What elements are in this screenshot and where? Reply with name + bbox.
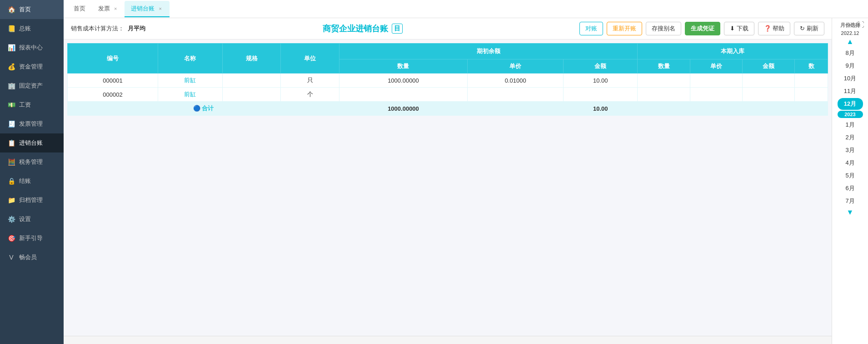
month-item-9[interactable]: 9月 bbox=[838, 60, 863, 72]
cost-method-label: 销售成本计算方法： bbox=[71, 25, 124, 33]
cell-spec bbox=[222, 74, 281, 88]
help-button[interactable]: ❓ 帮助 bbox=[758, 22, 791, 35]
purchase-sales-icon: 📋 bbox=[7, 139, 15, 147]
cell-extra bbox=[795, 88, 828, 102]
month-item-2023-6[interactable]: 6月 bbox=[838, 182, 863, 194]
cell-p1 bbox=[468, 88, 564, 102]
tab-home[interactable]: 首页 bbox=[67, 1, 92, 17]
month-item-2023-1[interactable]: 1月 bbox=[838, 119, 863, 131]
cell-unit: 只 bbox=[281, 74, 339, 88]
refresh-icon: ↻ bbox=[800, 25, 805, 32]
page-toolbar: 销售成本计算方法： 月平均 商贸企业进销台账 目 对账 重新开账 存搜别名 生成… bbox=[64, 18, 832, 39]
month-item-2023-2[interactable]: 2月 bbox=[838, 132, 863, 143]
cell-spec bbox=[222, 88, 281, 102]
note-icon[interactable]: 目 bbox=[392, 24, 403, 34]
sidebar-item-closing[interactable]: 🔒 结账 bbox=[0, 172, 64, 191]
col-subheader-a1: 金额 bbox=[564, 59, 638, 74]
col-subheader-p2: 单价 bbox=[690, 59, 742, 74]
sidebar-item-archive[interactable]: 📁 归档管理 bbox=[0, 191, 64, 210]
sidebar: 🏠 首页 📒 总账 📊 报表中心 💰 资金管理 🏢 固定资产 💵 工资 🧾 发票… bbox=[0, 0, 64, 344]
generate-button[interactable]: 生成凭证 bbox=[685, 22, 720, 35]
sidebar-item-home[interactable]: 🏠 首页 bbox=[0, 0, 64, 19]
main-table: 编号 名称 规格 单位 期初余额 本期入库 数量 单价 金额 数量 bbox=[67, 43, 828, 116]
maximize-window-button[interactable]: ⛶ bbox=[857, 21, 864, 29]
sidebar-item-assets[interactable]: 🏢 固定资产 bbox=[0, 76, 64, 95]
vip-icon: V bbox=[7, 254, 15, 261]
save-as-button[interactable]: 存搜别名 bbox=[646, 22, 681, 35]
main-area: 首页 发票 × 进销台账 × ✕ ⛶ 销售成本计算方法： 月平均 商贸企业 bbox=[64, 0, 868, 344]
settings-icon: ⚙️ bbox=[7, 216, 15, 223]
month-item-2023-4[interactable]: 4月 bbox=[838, 157, 863, 169]
col-subheader-p1: 单价 bbox=[468, 59, 564, 74]
guide-icon: 🎯 bbox=[7, 235, 15, 242]
close-window-button[interactable]: ✕ bbox=[848, 21, 853, 29]
tab-purchase-sales-close[interactable]: × bbox=[157, 5, 163, 12]
closing-icon: 🔒 bbox=[7, 177, 15, 185]
month-item-2023-5[interactable]: 5月 bbox=[838, 170, 863, 182]
ledger-icon: 📒 bbox=[7, 25, 15, 32]
col-subheader-a2: 金额 bbox=[743, 59, 795, 74]
sidebar-item-wages[interactable]: 💵 工资 bbox=[0, 95, 64, 114]
col-header-unit: 单位 bbox=[281, 44, 339, 74]
scroll-up-button[interactable]: ▲ bbox=[847, 37, 854, 47]
toolbar-right: 对账 重新开账 存搜别名 生成凭证 ⬇ 下载 ❓ 帮助 ↻ 刷新 bbox=[579, 22, 824, 35]
tab-invoice-close[interactable]: × bbox=[113, 5, 118, 12]
reopen-button[interactable]: 重新开账 bbox=[607, 22, 642, 35]
cell-name: 前缸 bbox=[158, 88, 223, 102]
sidebar-item-purchase-sales[interactable]: 📋 进销台账 bbox=[0, 133, 64, 152]
cell-unit: 个 bbox=[281, 88, 339, 102]
content-area: ✕ ⛶ 销售成本计算方法： 月平均 商贸企业进销台账 目 对账 重新开账 存搜别… bbox=[64, 18, 868, 344]
total-row: 🔵 合计 1000.00000 10.00 bbox=[68, 102, 828, 116]
tab-invoice[interactable]: 发票 × bbox=[92, 1, 125, 17]
sidebar-item-tax[interactable]: 🧮 税务管理 bbox=[0, 152, 64, 172]
sidebar-item-funds[interactable]: 💰 资金管理 bbox=[0, 57, 64, 76]
table-wrapper: 编号 名称 规格 单位 期初余额 本期入库 数量 单价 金额 数量 bbox=[64, 39, 832, 336]
total-label: 合计 bbox=[202, 105, 214, 112]
window-controls: ✕ ⛶ bbox=[848, 21, 864, 29]
home-icon: 🏠 bbox=[7, 6, 15, 13]
col-group-inbound: 本期入库 bbox=[638, 44, 828, 59]
cell-extra bbox=[795, 74, 828, 88]
month-item-12[interactable]: 12月 bbox=[838, 98, 863, 110]
page-title: 商贸企业进销台账 bbox=[323, 23, 388, 34]
cell-q1 bbox=[339, 88, 467, 102]
sidebar-item-reports[interactable]: 📊 报表中心 bbox=[0, 38, 64, 57]
month-item-10[interactable]: 10月 bbox=[838, 73, 863, 84]
scroll-down-button[interactable]: ▼ bbox=[847, 207, 854, 217]
year1-label: 2022.12 bbox=[841, 29, 859, 37]
col-header-spec: 规格 bbox=[222, 44, 281, 74]
sidebar-item-guide[interactable]: 🎯 新手引导 bbox=[0, 229, 64, 248]
duizhang-button[interactable]: 对账 bbox=[579, 22, 603, 35]
sidebar-item-ledger[interactable]: 📒 总账 bbox=[0, 19, 64, 38]
total-a2 bbox=[743, 102, 795, 116]
sidebar-item-vip[interactable]: V 畅会员 bbox=[0, 248, 64, 267]
cell-p2 bbox=[690, 74, 742, 88]
col-subheader-q2: 数量 bbox=[638, 59, 690, 74]
tab-purchase-sales[interactable]: 进销台账 × bbox=[125, 1, 169, 17]
tab-bar: 首页 发票 × 进销台账 × bbox=[64, 0, 868, 18]
sidebar-item-settings[interactable]: ⚙️ 设置 bbox=[0, 210, 64, 229]
download-button[interactable]: ⬇ 下载 bbox=[724, 22, 754, 35]
month-item-8[interactable]: 8月 bbox=[838, 47, 863, 59]
cell-a2 bbox=[743, 88, 795, 102]
sidebar-item-invoice-mgmt[interactable]: 🧾 发票管理 bbox=[0, 114, 64, 133]
month-item-11[interactable]: 11月 bbox=[838, 85, 863, 97]
col-group-period-start: 期初余额 bbox=[339, 44, 638, 59]
cell-id: 000002 bbox=[68, 88, 158, 102]
help-icon: ❓ bbox=[764, 25, 771, 32]
invoice-mgmt-icon: 🧾 bbox=[7, 120, 15, 128]
assets-icon: 🏢 bbox=[7, 82, 15, 89]
col-subheader-extra: 数 bbox=[795, 59, 828, 74]
refresh-button[interactable]: ↻ 刷新 bbox=[794, 22, 824, 35]
bottom-scrollbar[interactable] bbox=[64, 336, 832, 344]
toolbar-left: 销售成本计算方法： 月平均 bbox=[71, 25, 145, 33]
reports-icon: 📊 bbox=[7, 44, 15, 51]
month-item-2023-3[interactable]: 3月 bbox=[838, 144, 863, 156]
col-subheader-q1: 数量 bbox=[339, 59, 467, 74]
col-header-id: 编号 bbox=[68, 44, 158, 74]
total-q2 bbox=[638, 102, 690, 116]
toolbar-center: 商贸企业进销台账 目 bbox=[323, 23, 403, 34]
month-item-2023-7[interactable]: 7月 bbox=[838, 195, 863, 207]
cell-p2 bbox=[690, 88, 742, 102]
total-icon: 🔵 bbox=[193, 105, 200, 112]
